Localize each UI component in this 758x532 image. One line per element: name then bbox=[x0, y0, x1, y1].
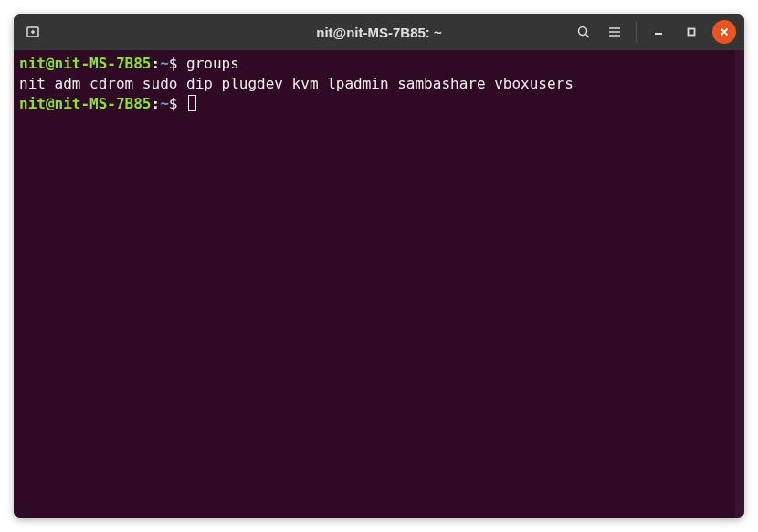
prompt-symbol: $ bbox=[169, 55, 178, 72]
menu-button[interactable] bbox=[601, 18, 628, 46]
titlebar-right bbox=[570, 18, 739, 46]
terminal-cursor bbox=[188, 95, 196, 111]
titlebar-left bbox=[19, 18, 47, 46]
terminal-window: nit@nit-MS-7B85: ~ bbox=[14, 14, 744, 518]
minimize-icon bbox=[654, 27, 663, 37]
prompt-user-host: nit@nit-MS-7B85 bbox=[19, 95, 152, 112]
search-icon bbox=[576, 25, 591, 39]
titlebar: nit@nit-MS-7B85: ~ bbox=[14, 14, 744, 50]
prompt-colon: : bbox=[152, 55, 161, 72]
close-icon bbox=[720, 27, 729, 37]
terminal-line-1: nit@nit-MS-7B85:~$ groups bbox=[19, 54, 739, 74]
terminal-body[interactable]: nit@nit-MS-7B85:~$ groups nit adm cdrom … bbox=[14, 50, 744, 518]
minimize-button[interactable] bbox=[647, 20, 670, 44]
svg-point-1 bbox=[579, 27, 587, 36]
terminal-line-2: nit@nit-MS-7B85:~$ bbox=[19, 94, 739, 114]
close-button[interactable] bbox=[712, 20, 736, 44]
prompt-colon: : bbox=[152, 95, 161, 112]
prompt-user-host: nit@nit-MS-7B85 bbox=[19, 55, 152, 72]
new-tab-icon bbox=[26, 25, 40, 39]
command-text: groups bbox=[186, 55, 239, 72]
search-button[interactable] bbox=[570, 18, 597, 46]
prompt-symbol: $ bbox=[169, 95, 178, 112]
separator bbox=[636, 22, 637, 42]
maximize-button[interactable] bbox=[679, 20, 703, 44]
terminal-output-line: nit adm cdrom sudo dip plugdev kvm lpadm… bbox=[19, 74, 739, 94]
svg-rect-2 bbox=[689, 29, 695, 36]
prompt-path: ~ bbox=[160, 95, 169, 112]
hamburger-icon bbox=[607, 25, 622, 39]
scrollbar[interactable] bbox=[735, 50, 744, 518]
maximize-icon bbox=[687, 27, 696, 37]
prompt-path: ~ bbox=[160, 55, 169, 72]
new-tab-button[interactable] bbox=[19, 18, 47, 46]
window-title: nit@nit-MS-7B85: ~ bbox=[316, 25, 442, 40]
